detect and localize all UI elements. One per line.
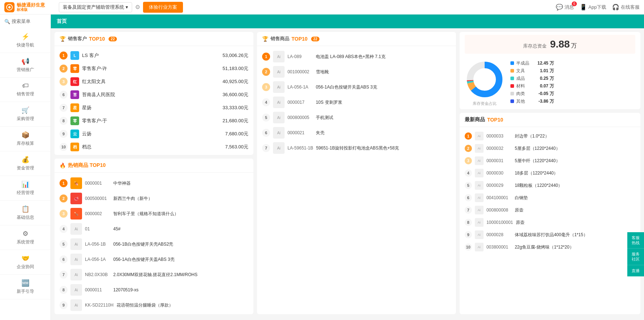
- message-icon: 💬: [556, 4, 563, 11]
- app-download-button[interactable]: 📱 App下载: [580, 4, 606, 11]
- customer-name: 零售客户-许: [82, 65, 220, 72]
- sidebar-item-label: 销售管理: [17, 91, 34, 97]
- product-code: 10000100001: [486, 220, 513, 225]
- logo: 畅捷通好生意 标准版: [4, 2, 55, 12]
- avatar: 零: [70, 116, 79, 125]
- table-row: 7 星 星扬 33,333.00元: [54, 101, 253, 114]
- sidebar-item-inventory[interactable]: 📦 库存核算: [0, 127, 50, 151]
- product-name: 智利车子里（规格不知道填什么）: [113, 211, 248, 217]
- product-name: 手机测试: [316, 115, 451, 121]
- search-menu-label: 搜索菜单: [12, 18, 30, 25]
- sidebar-item-label: 新手引导: [17, 288, 34, 295]
- list-item: 3 Ai LA-056-1A 056-1A白色按键开关盖ABS 3克: [257, 79, 456, 95]
- sidebar-item-operations[interactable]: 📊 经营管理: [0, 176, 50, 201]
- sales-rank-title: 销售客户: [68, 36, 87, 42]
- product-rank-top-label: TOP10: [292, 36, 307, 42]
- rank-number: 5: [262, 114, 270, 122]
- rank-number: 1: [465, 132, 472, 140]
- product-code: 0000033: [486, 134, 512, 139]
- home-tab[interactable]: 首页: [57, 18, 67, 24]
- rank-number: 4: [262, 98, 270, 106]
- sidebar-item-enterprise[interactable]: 🤝 企业协同: [0, 250, 50, 275]
- rank-number: 7: [60, 104, 68, 112]
- product-code: 0000002: [85, 211, 110, 216]
- newest-products-list: 1 Ai 0000033 封边带（1.0*22） 2 Ai 0000032 5厘…: [460, 127, 640, 256]
- sidebar-item-quick-nav[interactable]: ⚡ 快捷导航: [0, 28, 50, 53]
- main-header: 首页: [51, 15, 644, 28]
- table-row: 10 档 档总 7,563.00元: [54, 140, 253, 153]
- product-code: LA-056-1A: [288, 85, 313, 90]
- list-item: 4 Ai 0000030 18多层（1220*2440）: [460, 167, 640, 179]
- customer-service-button[interactable]: 客服热线: [627, 232, 644, 249]
- online-service-button[interactable]: 🎧 在线客服: [612, 4, 640, 11]
- legend-value: 0.07 万: [540, 83, 554, 89]
- product-thumbnail: Ai: [70, 284, 82, 296]
- rank-number: 8: [60, 117, 68, 125]
- sales-amount: 7,563.00元: [225, 144, 248, 150]
- service-community-button[interactable]: 服务社区: [627, 249, 644, 265]
- list-item: 2 Ai 0000032 5厘多层（1220*2440）: [460, 142, 640, 155]
- rank-number: 9: [60, 301, 68, 309]
- search-menu-button[interactable]: 🔍 搜索菜单: [0, 15, 50, 28]
- live-stream-button[interactable]: 直播: [627, 265, 644, 276]
- finance-icon: 💰: [21, 156, 29, 164]
- product-name: 18颗粒板（1220*2440）: [515, 182, 635, 189]
- product-thumbnail: 🍗: [70, 208, 82, 220]
- system-name: 装备及固定资产辅助管理系统: [63, 4, 124, 11]
- product-name: 056-1A白色按键开关盖ABS 3克: [316, 84, 451, 90]
- product-thumbnail: Ai: [475, 181, 484, 190]
- product-thumbnail: 🥩: [70, 193, 82, 204]
- sales-amount: 33,333.00元: [223, 104, 248, 111]
- product-thumbnail: Ai: [475, 144, 484, 153]
- customer-name: 零售客户-于: [82, 118, 220, 124]
- legend-label: 成品: [516, 75, 538, 82]
- table-row: 2 零 零售客户-许 51,183.00元: [54, 62, 253, 75]
- sidebar-item-system[interactable]: ⚙ 系统管理: [0, 225, 50, 250]
- product-code: 01: [85, 226, 110, 231]
- table-row: 6 苔 苔南县人民医院 36,600.00元: [54, 88, 253, 101]
- rank-number: 9: [465, 231, 472, 238]
- product-thumbnail: Ai: [273, 127, 285, 139]
- sidebar-item-purchase[interactable]: 🛒 采购管理: [0, 102, 50, 127]
- legend-label: 半成品: [516, 60, 535, 66]
- chevron-down-icon: ▾: [126, 4, 128, 10]
- product-name: 5厘中纤（1220*2440）: [515, 158, 635, 164]
- hot-products-card: 🔥 热销商品 TOP10 1 🍖 0000001 中华神器 2 🥩: [54, 159, 253, 314]
- message-badge: 6: [572, 1, 577, 6]
- product-name: 056-1A白色按键开关盖ABS 3壳: [113, 257, 248, 263]
- legend-item: 肉类 -0.05 万: [510, 91, 554, 97]
- product-code: LA-056-1B: [85, 242, 110, 247]
- product-name: 5厘多层（1220*2440）: [515, 145, 635, 152]
- sidebar-item-finance[interactable]: 💰 资金管理: [0, 151, 50, 176]
- gear-icon[interactable]: ⚙: [135, 4, 140, 11]
- sales-amount: 40,925.00元: [223, 78, 248, 85]
- sidebar-item-basic-info[interactable]: 📋 基础信息: [0, 201, 50, 225]
- table-row: 9 云 云扬 7,680.00元: [54, 127, 253, 140]
- sidebar-item-marketing[interactable]: 📢 营销推广: [0, 53, 50, 78]
- experience-button[interactable]: 体验行业方案: [143, 2, 183, 13]
- rank-number: 3: [465, 157, 472, 164]
- fire-icon: 🔥: [60, 163, 66, 168]
- product-name: 封边带（1.0*22）: [515, 133, 635, 139]
- system-selector[interactable]: 装备及固定资产辅助管理系统 ▾: [59, 2, 132, 12]
- customer-name: 档总: [82, 144, 222, 150]
- product-sales-rank-card: 🏆 销售商品 TOP10 22 1 Ai LA-089 电池盖 LA-089 A…: [257, 32, 456, 314]
- sidebar-item-label: 企业协同: [17, 264, 34, 270]
- product-thumbnail: Ai: [475, 169, 484, 177]
- hot-products-title: 热销商品 TOP10: [68, 162, 106, 169]
- product-sales-list: 1 Ai LA-089 电池盖 LA-089 ABS本色+黑种 7.1克 2 A…: [257, 46, 456, 159]
- list-item: 4 Ai 0000017 10S 变刺罗浆: [257, 95, 456, 110]
- rank-number: 1: [60, 179, 68, 187]
- logo-icon: [4, 2, 15, 12]
- sidebar-item-newbie[interactable]: 🆕 新手引导: [0, 275, 50, 299]
- product-code: LA-59651-1B: [288, 145, 313, 151]
- logo-main-text: 畅捷通好生意: [17, 2, 45, 8]
- product-rank-badge: 22: [311, 37, 319, 41]
- product-thumbnail: Ai: [475, 206, 484, 214]
- list-item: 3 🍗 0000002 智利车子里（规格不知道填什么）: [54, 206, 253, 221]
- sidebar-item-sales[interactable]: 🏷 销售管理: [0, 78, 50, 102]
- avatar: 零: [70, 64, 79, 73]
- rank-number: 4: [60, 225, 68, 233]
- avatar: L: [70, 51, 79, 60]
- message-button[interactable]: 💬 消息 6: [556, 4, 574, 11]
